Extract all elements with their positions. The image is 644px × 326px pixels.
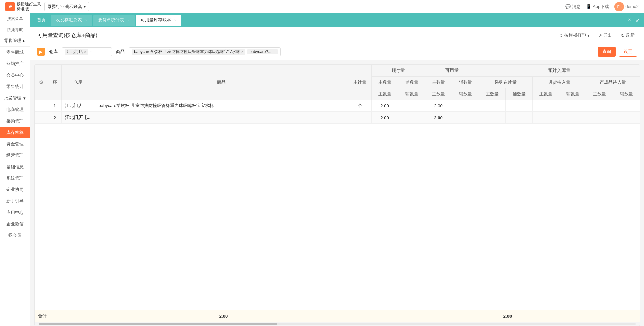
- sidebar-item-basic-info[interactable]: 基础信息: [0, 161, 30, 173]
- sidebar-item-app-center[interactable]: 应用中心: [0, 207, 30, 218]
- cell-settings2: [35, 112, 48, 124]
- tab-available-stock[interactable]: 可用量库存账本 ×: [136, 15, 181, 26]
- avatar: Ea: [614, 2, 624, 11]
- cell-product: babycare学饮杯 儿童防摔防撞吸管杯重力球吸嘴杯宝宝水杯: [95, 100, 348, 112]
- warehouse-tag-close[interactable]: ×: [84, 50, 86, 54]
- logo-area: 好 畅捷通好生意 标准版: [5, 2, 41, 11]
- sidebar-item-system[interactable]: 系统管理: [0, 173, 30, 184]
- sidebar-item-operations[interactable]: 经营管理: [0, 150, 30, 161]
- data-table: ⚙ 序 仓库 商品 主计量 现存量 可用量 预计入库量: [35, 65, 640, 124]
- sidebar-item-member2[interactable]: 畅会员: [0, 230, 30, 241]
- sidebar-search[interactable]: 搜索菜单: [0, 13, 30, 25]
- cell-unit: 个: [348, 100, 371, 112]
- sidebar-item-purchase[interactable]: 采购管理: [0, 115, 30, 127]
- refresh-button[interactable]: ↻ 刷新: [618, 31, 637, 40]
- expand-filter-button[interactable]: ▶: [37, 48, 45, 56]
- cell-warehouse2: 江北门店【...: [61, 112, 95, 124]
- col-s-aux: 辅数量: [398, 88, 425, 100]
- top-bar-left: 好 畅捷通好生意 标准版 母婴行业演示账套 ▾: [5, 2, 89, 11]
- col-pr-main: 主数量: [586, 88, 613, 100]
- col-p-main: 主数量: [479, 88, 505, 100]
- cell-p-main: [479, 100, 505, 112]
- print-icon: 🖨: [558, 33, 563, 38]
- store-select[interactable]: 母婴行业演示账套 ▾: [44, 2, 89, 11]
- sidebar-item-newbie[interactable]: 新手引导: [0, 195, 30, 207]
- col-stock-main-header: 主数量: [371, 77, 398, 88]
- cell-product2: [95, 112, 348, 124]
- product-tag-close[interactable]: ×: [241, 50, 243, 54]
- tab-close-icon[interactable]: ×: [85, 18, 87, 22]
- export-button[interactable]: ↗ 导出: [596, 31, 615, 40]
- cell-avail-aux2: [452, 112, 479, 124]
- sidebar-item-wholesale-mgmt[interactable]: 批发管理 ▾: [0, 92, 30, 104]
- close-all-tabs-button[interactable]: ×: [627, 17, 632, 24]
- cell-pr-main2: [586, 112, 613, 124]
- sidebar-item-retail-stats[interactable]: 零售统计: [0, 81, 30, 92]
- cell-settings: [35, 100, 48, 112]
- print-button[interactable]: 🖨 按模板打印 ▾: [556, 31, 592, 40]
- cell-avail-main2: 2.00: [425, 112, 452, 124]
- warehouse-input[interactable]: 江北门店 × ···: [62, 47, 112, 56]
- col-inbound-group: 进货待入量: [532, 77, 586, 88]
- settings-icon[interactable]: ⚙: [39, 79, 43, 85]
- sidebar-item-finance[interactable]: 资金管理: [0, 138, 30, 150]
- logo-text: 畅捷通好生意 标准版: [17, 2, 41, 11]
- col-pr-aux: 辅数量: [613, 88, 640, 100]
- cell-i-aux2: [559, 112, 586, 124]
- cell-stock-main: 2.00: [371, 100, 398, 112]
- col-a-aux: 辅数量: [452, 88, 479, 100]
- cell-p-aux: [505, 100, 532, 112]
- sidebar-shortcut[interactable]: 快捷导航: [0, 25, 30, 35]
- tab-home[interactable]: 首页: [33, 15, 50, 26]
- scroll-bar-thumb[interactable]: [39, 323, 277, 325]
- cell-stock-main2: 2.00: [371, 112, 398, 124]
- sidebar-item-collab[interactable]: 企业协同: [0, 184, 30, 195]
- cell-warehouse: 江北门店: [61, 100, 95, 112]
- col-expected-group: 预计入库量: [479, 65, 640, 77]
- table-row: 1 江北门店 babycare学饮杯 儿童防摔防撞吸管杯重力球吸嘴杯宝宝水杯 个…: [35, 100, 640, 112]
- scroll-bar-track[interactable]: [39, 323, 636, 325]
- tab-close-icon[interactable]: ×: [174, 18, 176, 22]
- logo-icon: 好: [5, 2, 15, 11]
- filter-buttons: 查询 设置: [598, 47, 637, 57]
- tab-order-stats[interactable]: 要货单统计表 ×: [93, 15, 134, 26]
- message-icon: 💬: [565, 4, 571, 9]
- cell-stock-aux2: [398, 112, 425, 124]
- chevron-down-icon: ▾: [587, 33, 590, 38]
- app-download-button[interactable]: 📱 App下载: [586, 4, 609, 10]
- message-button[interactable]: 💬 消息: [565, 4, 581, 10]
- tab-close-icon[interactable]: ×: [127, 18, 129, 22]
- warehouse-more[interactable]: ···: [90, 49, 93, 54]
- col-p-aux: 辅数量: [505, 88, 532, 100]
- col-settings[interactable]: ⚙: [35, 65, 48, 100]
- filter-area: ▶ 仓库 江北门店 × ··· 商品 babycare学饮杯 儿童防摔防撞吸管杯…: [30, 43, 644, 60]
- product-input[interactable]: babycare学饮杯 儿童防摔防撞吸管杯重力球吸嘴杯宝宝水杯 × babyca…: [129, 47, 281, 56]
- col-avail-aux-header: 辅数量: [452, 77, 479, 88]
- setting-button[interactable]: 设置: [619, 47, 637, 57]
- col-no-header: 序: [48, 65, 61, 100]
- sidebar-item-retail-mall[interactable]: 零售商城: [0, 47, 30, 58]
- expand-tabs-button[interactable]: ⤢: [634, 17, 641, 24]
- table-header: ⚙ 序 仓库 商品 主计量 现存量 可用量 预计入库量: [35, 65, 640, 100]
- tab-receive-summary[interactable]: 收发存汇总表 ×: [51, 15, 92, 26]
- scroll-bar-wrap: [35, 322, 640, 326]
- col-stock-aux-header: 辅数量: [398, 77, 425, 88]
- sidebar-item-retail-mgmt[interactable]: 零售管理 ▲: [0, 35, 30, 47]
- cell-i-aux: [559, 100, 586, 112]
- refresh-icon: ↻: [621, 33, 625, 38]
- sidebar-item-ecommerce[interactable]: 电商管理: [0, 104, 30, 115]
- sidebar-item-inventory[interactable]: 库存核算: [0, 127, 30, 138]
- query-button[interactable]: 查询: [598, 47, 616, 57]
- sidebar-item-member[interactable]: 会员中心: [0, 69, 30, 81]
- cell-avail-main: 2.00: [425, 100, 452, 112]
- user-menu[interactable]: Ea demo2: [614, 2, 639, 11]
- sidebar-item-enterprise-wechat[interactable]: 企业微信: [0, 218, 30, 230]
- sidebar-item-marketing[interactable]: 营销推广: [0, 58, 30, 69]
- download-icon: 📱: [586, 4, 591, 9]
- cell-p-main2: [479, 112, 505, 124]
- page-content: 可用量查询(按仓库+商品) 🖨 按模板打印 ▾ ↗ 导出 ↻ 刷新: [30, 27, 644, 326]
- table-body: 1 江北门店 babycare学饮杯 儿童防摔防撞吸管杯重力球吸嘴杯宝宝水杯 个…: [35, 100, 640, 124]
- chevron-down-icon: ▾: [23, 96, 26, 101]
- cell-i-main: [532, 100, 559, 112]
- col-s-main: 主数量: [371, 88, 398, 100]
